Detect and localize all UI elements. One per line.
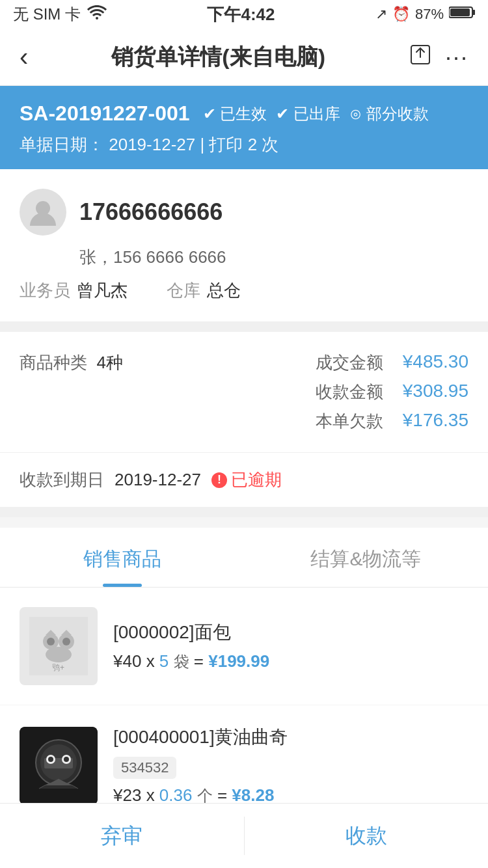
warehouse-value: 总仓 <box>207 279 241 302</box>
price-unit-2: 个 <box>197 787 213 804</box>
product-code-1: [0000002] <box>113 622 195 642</box>
tabs-section: 销售商品 结算&物流等 鸮+ <box>0 528 488 826</box>
nav-bar: ‹ 销货单详情(来自电脑) ··· <box>0 29 488 86</box>
avatar <box>20 189 66 236</box>
print-info: | 打印 2 次 <box>200 135 278 154</box>
price-total-1: ¥199.99 <box>208 651 269 671</box>
product-placeholder-1: 鸮+ <box>20 607 98 685</box>
product-image-1: 鸮+ <box>20 607 98 685</box>
product-price-1: ¥40 x 5 袋 = ¥199.99 <box>113 651 468 672</box>
amount-value: ¥485.30 <box>403 351 468 374</box>
stats-section: 商品种类 4种 成交金额 ¥485.30 收款金额 ¥308.95 本单欠款 ¥… <box>0 332 488 452</box>
product-type-value: 4种 <box>96 353 122 372</box>
price-total-2: ¥8.28 <box>232 785 274 805</box>
owed-label: 本单欠款 <box>316 410 383 433</box>
price-unit-1: 袋 <box>174 653 189 670</box>
cancel-button[interactable]: 弃审 <box>0 804 244 868</box>
product-code-2: [000400001] <box>113 727 215 747</box>
warehouse-label: 仓库 <box>167 279 200 302</box>
price-multiply-1: x <box>146 651 159 671</box>
status-bar: 无 SIM 卡 下午4:42 ↗ ⏰ 87% <box>0 0 488 29</box>
overdue-text: 已逾期 <box>231 468 282 491</box>
carrier-text: 无 SIM 卡 <box>13 4 81 25</box>
status-right: ↗ ⏰ 87% <box>375 6 475 23</box>
divider-1 <box>0 321 488 332</box>
blue-header: SA-20191227-001 ✔ 已生效 ✔ 已出库 ⊙ 部分收款 单据日期：… <box>0 86 488 169</box>
product-title-1: 面包 <box>195 622 231 642</box>
product-list: 鸮+ [0000002]面包 ¥40 x 5 袋 = ¥199.99 <box>0 588 488 826</box>
product-title-2: 黄油曲奇 <box>215 727 288 747</box>
badge-shipped: ✔ 已出库 <box>276 103 340 124</box>
nav-left: ‹ <box>20 42 28 72</box>
price-qty-2: 0.36 <box>159 785 193 805</box>
product-info-1: [0000002]面包 ¥40 x 5 袋 = ¥199.99 <box>113 620 468 672</box>
badge-partial: ⊙ 部分收款 <box>349 103 429 124</box>
product-type-label: 商品种类 4种 <box>20 351 123 374</box>
date-value: 2019-12-27 <box>109 135 195 154</box>
customer-meta: 业务员 曾凡杰 仓库 总仓 <box>20 279 468 302</box>
product-info-2: [000400001]黄油曲奇 534532 ¥23 x 0.36 个 = ¥8… <box>113 725 468 806</box>
nav-right: ··· <box>409 43 468 72</box>
stats-left: 商品种类 4种 <box>20 351 123 374</box>
date-info: 单据日期： 2019-12-27 | 打印 2 次 <box>20 133 468 156</box>
tab-sales-products[interactable]: 销售商品 <box>0 528 244 587</box>
alarm-icon: ⏰ <box>392 6 410 23</box>
price-eq-1: = <box>194 651 208 671</box>
battery-text: 87% <box>415 6 444 23</box>
price-base-2: ¥23 <box>113 785 141 805</box>
price-qty-1: 5 <box>159 651 169 671</box>
tab-settlement[interactable]: 结算&物流等 <box>244 528 488 587</box>
date-label: 单据日期： <box>20 135 104 154</box>
overdue-dot-icon: ! <box>211 472 227 488</box>
overdue-badge: ! 已逾期 <box>211 468 282 491</box>
owed-value: ¥176.35 <box>403 410 468 433</box>
page-title: 销货单详情(来自电脑) <box>111 42 325 72</box>
svg-point-8 <box>47 638 55 645</box>
overdue-date: 2019-12-27 <box>115 470 201 490</box>
svg-rect-1 <box>472 10 475 15</box>
status-time: 下午4:42 <box>207 3 275 26</box>
list-item: 鸮+ [0000002]面包 ¥40 x 5 袋 = ¥199.99 <box>0 588 488 705</box>
customer-subinfo: 张，156 6666 6666 <box>20 246 468 269</box>
bottom-bar: 弃审 收款 <box>0 803 488 868</box>
location-icon: ↗ <box>375 6 387 23</box>
received-label: 收款金额 <box>316 381 383 403</box>
status-left: 无 SIM 卡 <box>13 4 107 25</box>
badge-effective: ✔ 已生效 <box>203 103 267 124</box>
price-eq-2: = <box>217 785 232 805</box>
product-image-2 <box>20 727 98 805</box>
battery-icon <box>449 6 475 23</box>
price-base-1: ¥40 <box>113 651 141 671</box>
back-button[interactable]: ‹ <box>20 42 28 72</box>
sales-label: 业务员 <box>20 279 70 302</box>
customer-section: 17666666666 张，156 6666 6666 业务员 曾凡杰 仓库 总… <box>0 169 488 321</box>
customer-username: 17666666666 <box>79 198 223 226</box>
product-sku-2: 534532 <box>113 757 176 779</box>
order-id: SA-20191227-001 <box>20 102 190 126</box>
price-multiply-2: x <box>146 785 159 805</box>
overdue-section: 收款到期日 2019-12-27 ! 已逾期 <box>0 452 488 507</box>
svg-text:鸮+: 鸮+ <box>52 663 64 672</box>
product-name-1: [0000002]面包 <box>113 620 468 645</box>
sales-value: 曾凡杰 <box>77 279 128 302</box>
tabs-row: 销售商品 结算&物流等 <box>0 528 488 588</box>
share-icon[interactable] <box>409 43 432 72</box>
overdue-label: 收款到期日 <box>20 468 104 491</box>
more-icon[interactable]: ··· <box>445 44 468 71</box>
svg-point-18 <box>48 757 53 762</box>
stats-right: 成交金额 ¥485.30 收款金额 ¥308.95 本单欠款 ¥176.35 <box>316 351 468 433</box>
svg-point-9 <box>62 638 70 645</box>
confirm-button[interactable]: 收款 <box>245 804 489 868</box>
product-name-2: [000400001]黄油曲奇 <box>113 725 468 750</box>
wifi-icon <box>87 5 107 23</box>
divider-2 <box>0 507 488 517</box>
svg-point-10 <box>46 647 72 662</box>
status-badges: ✔ 已生效 ✔ 已出库 ⊙ 部分收款 <box>203 103 429 124</box>
product-placeholder-2 <box>20 727 98 805</box>
amount-label: 成交金额 <box>316 351 383 374</box>
received-value: ¥308.95 <box>403 381 468 403</box>
svg-rect-2 <box>450 8 470 16</box>
svg-point-19 <box>64 757 69 762</box>
